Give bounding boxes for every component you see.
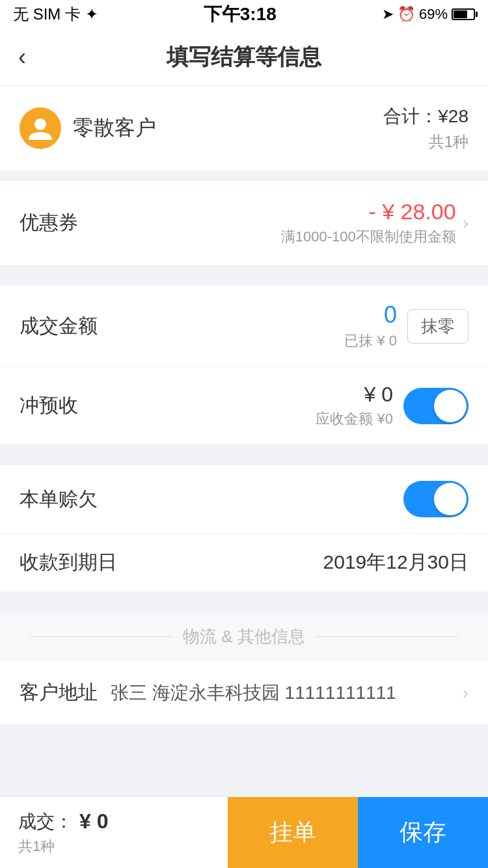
back-button[interactable]: ‹ (18, 44, 26, 71)
logistics-section-header: 物流 & 其他信息 (0, 612, 488, 661)
customer-total: 合计：¥28 共1种 (383, 104, 468, 152)
deal-amount-col: 0 已抹 ¥ 0 (344, 301, 397, 351)
deal-amount-right: 0 已抹 ¥ 0 抹零 (344, 301, 468, 351)
customer-row: 零散客户 合计：¥28 共1种 (0, 86, 488, 170)
total-sub: 共1种 (383, 131, 468, 152)
prepay-right: ¥ 0 应收金额 ¥0 (316, 383, 468, 429)
coupon-right: - ¥ 28.00 满1000-100不限制使用金额 › (281, 199, 468, 247)
logistics-label: 物流 & 其他信息 (183, 625, 305, 648)
debt-label: 本单赊欠 (20, 486, 98, 513)
receivable-label: 应收金额 ¥0 (316, 409, 393, 429)
battery-icon (452, 8, 475, 20)
battery-percent: 69% (419, 6, 448, 23)
status-time: 下午3:18 (204, 2, 277, 27)
total-amount: 合计：¥28 (383, 104, 468, 129)
prepay-label: 冲预收 (20, 392, 78, 419)
alarm-icon: ⏰ (398, 6, 415, 23)
coupon-label: 优惠券 (20, 210, 78, 236)
page-title: 填写结算等信息 (167, 42, 321, 72)
debt-card: 本单赊欠 收款到期日 2019年12月30日 (0, 465, 488, 591)
coupon-detail: - ¥ 28.00 满1000-100不限制使用金额 (281, 199, 456, 247)
section-separator-1 (0, 275, 488, 286)
save-button[interactable]: 保存 (358, 797, 488, 869)
section-separator-3 (0, 602, 488, 612)
deal-amount-label: 成交金额 (20, 313, 98, 340)
toggle-knob (434, 390, 467, 422)
coupon-card[interactable]: 优惠券 - ¥ 28.00 满1000-100不限制使用金额 › (0, 181, 488, 265)
hold-button[interactable]: 挂单 (228, 797, 358, 869)
already-rounded: 已抹 ¥ 0 (344, 331, 397, 351)
chevron-right-icon: › (463, 213, 468, 234)
svg-point-0 (34, 118, 46, 130)
due-date-value: 2019年12月30日 (323, 549, 468, 576)
bottom-deal-label: 成交： (18, 809, 73, 834)
coupon-desc: 满1000-100不限制使用金额 (281, 227, 456, 247)
prepay-amount: ¥ 0 (364, 383, 393, 407)
transaction-card: 成交金额 0 已抹 ¥ 0 抹零 冲预收 ¥ 0 应收金额 ¥0 (0, 286, 488, 444)
round-zero-button[interactable]: 抹零 (407, 309, 468, 344)
location-icon: ➤ (382, 6, 394, 23)
due-date-row: 收款到期日 2019年12月30日 (0, 534, 488, 591)
address-card[interactable]: 客户地址 张三 海淀永丰科技园 11111111111 › (0, 661, 488, 724)
debt-toggle-knob (434, 483, 467, 515)
debt-toggle[interactable] (403, 481, 468, 517)
bottom-summary: 成交： ¥ 0 共1种 (0, 809, 228, 856)
prepay-col: ¥ 0 应收金额 ¥0 (316, 383, 393, 429)
sim-label: 无 SIM 卡 ✦ (13, 4, 98, 25)
address-value: 张三 海淀永丰科技园 11111111111 (111, 681, 463, 705)
bottom-bar: 成交： ¥ 0 共1种 挂单 保存 (0, 796, 488, 868)
debt-row: 本单赊欠 (0, 465, 488, 534)
content: 零散客户 合计：¥28 共1种 优惠券 - ¥ 28.00 满1000-100不… (0, 86, 488, 813)
customer-left: 零散客户 (20, 107, 156, 149)
chevron-right-icon: › (463, 683, 468, 703)
section-separator-2 (0, 455, 488, 465)
prepay-row: 冲预收 ¥ 0 应收金额 ¥0 (0, 367, 488, 444)
bottom-deal-amount: ¥ 0 (79, 809, 108, 834)
deal-amount-row: 成交金额 0 已抹 ¥ 0 抹零 (0, 286, 488, 367)
coupon-row[interactable]: 优惠券 - ¥ 28.00 满1000-100不限制使用金额 › (0, 181, 488, 265)
prepay-toggle[interactable] (403, 388, 468, 424)
status-bar: 无 SIM 卡 ✦ 下午3:18 ➤ ⏰ 69% (0, 0, 488, 29)
bottom-sub-label: 共1种 (18, 837, 210, 856)
address-label: 客户地址 (20, 679, 98, 706)
coupon-amount: - ¥ 28.00 (281, 199, 456, 224)
deal-amount-value[interactable]: 0 (358, 301, 397, 329)
avatar (20, 107, 61, 149)
debt-right (403, 481, 468, 517)
status-right: ➤ ⏰ 69% (382, 6, 475, 23)
status-left: 无 SIM 卡 ✦ (13, 4, 98, 25)
address-row[interactable]: 客户地址 张三 海淀永丰科技园 11111111111 › (0, 661, 488, 724)
due-date-label: 收款到期日 (20, 549, 117, 576)
person-icon (27, 115, 53, 141)
nav-bar: ‹ 填写结算等信息 (0, 29, 488, 86)
customer-name: 零散客户 (73, 114, 156, 142)
customer-card: 零散客户 合计：¥28 共1种 (0, 86, 488, 170)
bottom-deal-row: 成交： ¥ 0 (18, 809, 210, 834)
